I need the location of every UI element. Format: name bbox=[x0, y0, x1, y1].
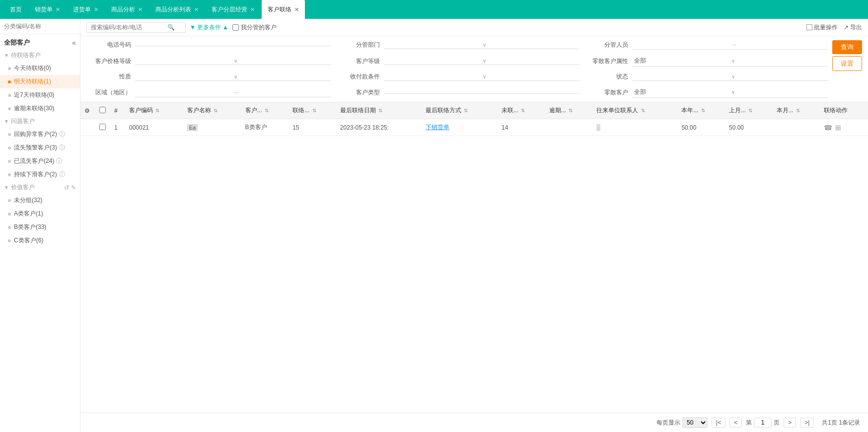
cell-settings bbox=[80, 119, 95, 136]
batch-operation-button[interactable]: 批量操作 bbox=[806, 23, 838, 32]
prev-page-button[interactable]: < bbox=[729, 418, 742, 428]
edit-icon[interactable]: ✎ bbox=[71, 184, 76, 191]
next-page-button[interactable]: > bbox=[784, 418, 796, 428]
filter-type-field[interactable] bbox=[384, 91, 580, 94]
col-overdue[interactable]: 逾期... ⇅ bbox=[545, 102, 593, 119]
sidebar-item-class-a[interactable]: A类客户(1) bbox=[0, 207, 80, 220]
filter-price-grade-field[interactable]: ∨ bbox=[135, 57, 331, 65]
info-icon: ⓘ bbox=[59, 170, 65, 179]
filter-retail-attr-field[interactable]: 全部 ∨ bbox=[632, 56, 828, 67]
sidebar-search-input[interactable] bbox=[4, 23, 78, 30]
close-icon[interactable]: ✕ bbox=[94, 6, 98, 13]
nav-home[interactable]: 首页 bbox=[4, 0, 28, 19]
cell-checkbox[interactable] bbox=[95, 119, 110, 136]
chevron-down-icon: ∨ bbox=[731, 74, 826, 79]
col-last-date[interactable]: 最后联络日期 ⇅ bbox=[336, 102, 422, 119]
my-customers-checkbox-label[interactable]: 我分管的客户 bbox=[232, 23, 277, 32]
dot-icon bbox=[8, 199, 11, 202]
cell-type: B类客户 bbox=[241, 119, 289, 136]
close-icon[interactable]: ✕ bbox=[294, 6, 299, 13]
sidebar-item-class-b[interactable]: B类客户(33) bbox=[0, 220, 80, 234]
nav-customer-tier[interactable]: 客户分层经营 ✕ bbox=[206, 0, 261, 19]
nav-customer-contact[interactable]: 客户联络 ✕ bbox=[262, 0, 305, 19]
search-icon[interactable]: 🔍 bbox=[167, 24, 175, 31]
query-button[interactable]: 查询 bbox=[832, 40, 862, 54]
nav-product-analysis[interactable]: 商品分析 ✕ bbox=[105, 0, 148, 19]
col-name[interactable]: 客户名称 ⇅ bbox=[183, 102, 241, 119]
col-code[interactable]: 客户编码 ⇅ bbox=[125, 102, 183, 119]
filter-status-section: 状态 ∨ bbox=[583, 72, 828, 81]
settings-button[interactable]: 设置 bbox=[832, 56, 862, 71]
filter-person-field[interactable]: ··· bbox=[632, 40, 828, 50]
table-header-row: ⚙ # 客户编码 ⇅ 客户名称 ⇅ 客户... ⇅ 联络... ⇅ 最后联络日期… bbox=[80, 102, 868, 119]
sidebar-item-class-c[interactable]: C类客户(6) bbox=[0, 234, 80, 247]
more-icon[interactable]: ··· bbox=[234, 89, 329, 96]
col-this-month[interactable]: 本月... ⇅ bbox=[773, 102, 820, 119]
filter-status-field[interactable]: ∨ bbox=[632, 73, 828, 81]
page-number-input[interactable] bbox=[754, 418, 772, 428]
export-button[interactable]: ↗ 导出 bbox=[844, 23, 862, 32]
more-icon[interactable]: ··· bbox=[731, 41, 826, 48]
filter-nature-field[interactable]: ∨ bbox=[135, 73, 331, 81]
phone-icon[interactable]: ☎ bbox=[824, 124, 832, 132]
sidebar-item-churn-warning[interactable]: 流失预警客户(3) ⓘ bbox=[0, 141, 80, 154]
sidebar-item-ungrouped[interactable]: 未分组(32) bbox=[0, 194, 80, 207]
search-box: 🔍 bbox=[86, 22, 186, 33]
col-contacts[interactable]: 联络... ⇅ bbox=[289, 102, 336, 119]
filter-customer-grade-label: 客户等级 bbox=[335, 57, 380, 66]
filter-retail-field[interactable]: 全部 ∨ bbox=[632, 87, 828, 98]
section-problem-title: ▼ 问题客户 bbox=[0, 115, 80, 128]
close-icon[interactable]: ✕ bbox=[138, 6, 143, 13]
close-icon[interactable]: ✕ bbox=[56, 6, 60, 13]
col-last-method[interactable]: 最后联络方式 ⇅ bbox=[422, 102, 498, 119]
refresh-icon[interactable]: ↺ bbox=[64, 184, 69, 191]
per-page-select[interactable]: 50 20 100 bbox=[682, 417, 708, 428]
cell-last-date: 2023-05-23 18:25: bbox=[336, 119, 422, 136]
col-this-year[interactable]: 本年... ⇅ bbox=[677, 102, 725, 119]
sidebar-item-declining[interactable]: 持续下滑客户(2) ⓘ bbox=[0, 168, 80, 181]
last-contact-method-link[interactable]: 下销货单 bbox=[426, 124, 449, 131]
col-company-contact[interactable]: 往来单位联系人 ⇅ bbox=[592, 102, 677, 119]
sidebar-item-7days[interactable]: 近7天待联络(0) bbox=[0, 88, 80, 102]
info-icon: ⓘ bbox=[59, 130, 65, 139]
section-problem: ▼ 问题客户 回购异常客户(2) ⓘ 流失预警客户(3) ⓘ 已流失客户(24)… bbox=[0, 115, 80, 181]
col-checkbox[interactable] bbox=[95, 102, 110, 119]
sidebar-item-today[interactable]: 今天待联络(0) bbox=[0, 62, 80, 75]
search-input[interactable] bbox=[91, 24, 165, 31]
select-all-checkbox[interactable] bbox=[99, 107, 106, 113]
close-icon[interactable]: ✕ bbox=[250, 6, 255, 13]
table-container: ⚙ # 客户编码 ⇅ 客户名称 ⇅ 客户... ⇅ 联络... ⇅ 最后联络日期… bbox=[80, 102, 868, 413]
filter-dept-field[interactable]: ∨ bbox=[384, 41, 580, 49]
sidebar-item-abnormal[interactable]: 回购异常客户(2) ⓘ bbox=[0, 128, 80, 141]
col-settings[interactable]: ⚙ bbox=[80, 102, 95, 119]
last-page-button[interactable]: >| bbox=[800, 418, 814, 428]
row-checkbox[interactable] bbox=[99, 124, 106, 130]
col-last-month[interactable]: 上月... ⇅ bbox=[725, 102, 773, 119]
filter-price-grade-label: 客户价格等级 bbox=[86, 57, 131, 66]
sidebar-item-overdue[interactable]: 逾期未联络(30) bbox=[0, 102, 80, 115]
grid-icon[interactable]: ⊞ bbox=[835, 124, 841, 132]
filter-customer-grade-field[interactable]: ∨ bbox=[384, 57, 580, 65]
my-customers-checkbox[interactable] bbox=[232, 24, 239, 31]
all-customers-label[interactable]: 全部客户 bbox=[4, 38, 30, 47]
cell-contacts: 15 bbox=[289, 119, 336, 136]
filter-type-label: 客户类型 bbox=[335, 88, 380, 97]
filter-payment-field[interactable]: ∨ bbox=[384, 73, 580, 81]
toolbar: 🔍 ▼ 更多条件 ▲ 我分管的客户 批量操作 ↗ 导出 bbox=[80, 19, 868, 36]
nav-purchase-order[interactable]: 进货单 ✕ bbox=[67, 0, 104, 19]
sort-icon: ⇅ bbox=[265, 108, 269, 113]
more-filter-button[interactable]: ▼ 更多条件 ▲ bbox=[190, 23, 228, 32]
filter-row-3: 性质 ∨ 收付款条件 ∨ bbox=[86, 72, 828, 81]
cell-last-method[interactable]: 下销货单 bbox=[422, 119, 498, 136]
filter-phone-field[interactable] bbox=[135, 44, 331, 46]
collapse-icon[interactable]: « bbox=[72, 39, 76, 47]
filter-region-field[interactable]: ··· bbox=[135, 88, 331, 97]
sidebar-item-tomorrow[interactable]: 明天待联络(1) bbox=[0, 75, 80, 88]
first-page-button[interactable]: |< bbox=[712, 418, 725, 428]
close-icon[interactable]: ✕ bbox=[194, 6, 199, 13]
nav-sales-order[interactable]: 销货单 ✕ bbox=[29, 0, 66, 19]
col-not-contacted[interactable]: 未联... ⇅ bbox=[498, 102, 545, 119]
nav-product-analysis-list[interactable]: 商品分析列表 ✕ bbox=[149, 0, 205, 19]
col-type[interactable]: 客户... ⇅ bbox=[241, 102, 289, 119]
sidebar-item-churned[interactable]: 已流失客户(24) ⓘ bbox=[0, 154, 80, 168]
